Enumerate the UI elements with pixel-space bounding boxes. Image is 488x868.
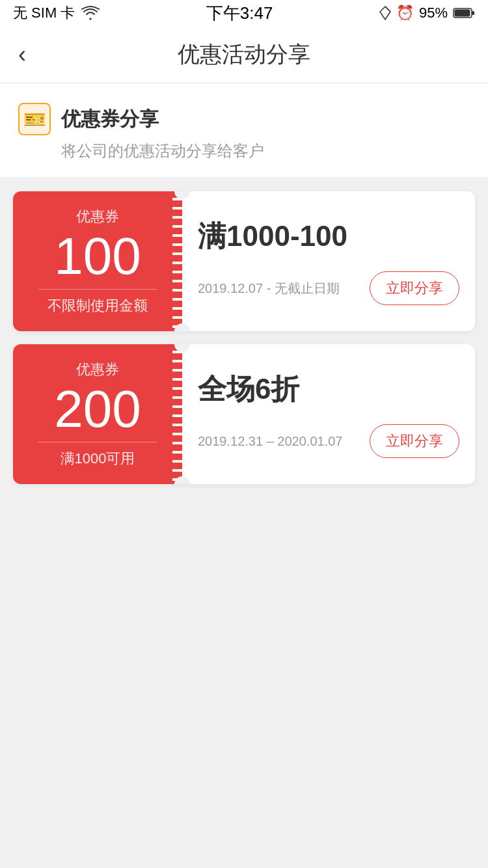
coupon-condition-0: 不限制使用金额 xyxy=(47,296,148,316)
wifi-icon xyxy=(81,6,100,20)
status-left: 无 SIM 卡 xyxy=(13,3,100,23)
coupon-right-1: 全场6折 2019.12.31 – 2020.01.07 立即分享 xyxy=(182,344,475,484)
status-right: ⏰ 95% xyxy=(379,5,475,21)
coupon-name-1: 全场6折 xyxy=(198,370,459,409)
coupon-right-0: 满1000-100 2019.12.07 - 无截止日期 立即分享 xyxy=(182,191,475,331)
section-header: 🎫 优惠券分享 将公司的优惠活动分享给客户 xyxy=(0,83,488,177)
coupon-date-1: 2019.12.31 – 2020.01.07 xyxy=(198,434,342,449)
status-time: 下午3:47 xyxy=(206,2,273,25)
coupon-type-0: 优惠券 xyxy=(76,207,119,226)
coupon-condition-1: 满1000可用 xyxy=(61,449,135,468)
nav-bar: ‹ 优惠活动分享 xyxy=(0,26,488,83)
svg-rect-2 xyxy=(455,10,470,17)
page-title: 优惠活动分享 xyxy=(178,40,310,70)
section-icon: 🎫 xyxy=(18,103,51,135)
share-button-0[interactable]: 立即分享 xyxy=(370,271,459,305)
coupon-value-0: 100 xyxy=(54,230,141,282)
alarm-icon: ⏰ xyxy=(396,5,414,21)
battery-text: 95% xyxy=(419,5,448,21)
section-desc: 将公司的优惠活动分享给客户 xyxy=(61,141,470,161)
coupon-name-0: 满1000-100 xyxy=(198,217,459,256)
empty-space xyxy=(0,497,488,822)
back-button[interactable]: ‹ xyxy=(18,41,26,68)
coupon-value-1: 200 xyxy=(54,383,141,435)
battery-icon xyxy=(453,7,475,19)
coupon-card: 优惠券 200 满1000可用 全场6折 2019.12.31 – 2020.0… xyxy=(13,344,475,484)
svg-rect-1 xyxy=(472,11,474,15)
coupon-left-1: 优惠券 200 满1000可用 xyxy=(13,344,182,484)
coupon-card: 优惠券 100 不限制使用金额 满1000-100 2019.12.07 - 无… xyxy=(13,191,475,331)
coupon-list: 优惠券 100 不限制使用金额 满1000-100 2019.12.07 - 无… xyxy=(0,178,488,484)
location-icon xyxy=(379,6,391,20)
status-bar: 无 SIM 卡 下午3:47 ⏰ 95% xyxy=(0,0,488,26)
coupon-date-0: 2019.12.07 - 无截止日期 xyxy=(198,280,340,297)
coupon-left-0: 优惠券 100 不限制使用金额 xyxy=(13,191,182,331)
carrier-text: 无 SIM 卡 xyxy=(13,3,75,23)
share-button-1[interactable]: 立即分享 xyxy=(370,424,459,458)
coupon-type-1: 优惠券 xyxy=(76,360,119,379)
section-title: 优惠券分享 xyxy=(61,106,159,133)
